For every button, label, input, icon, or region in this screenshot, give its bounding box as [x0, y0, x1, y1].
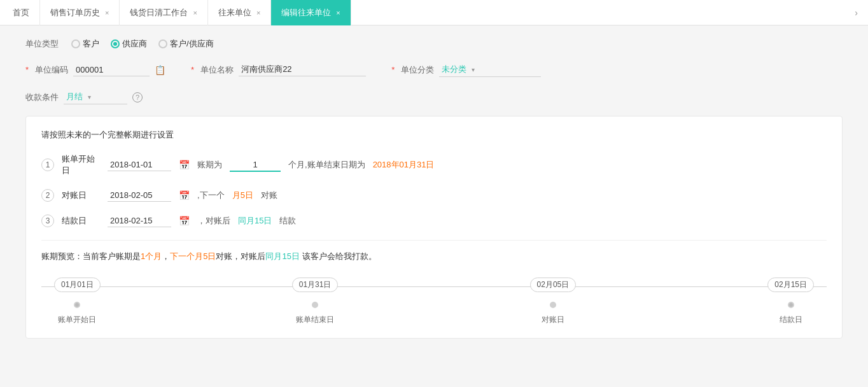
tab-counterpart[interactable]: 往来单位 × — [208, 0, 271, 25]
unit-name-required: * — [191, 65, 194, 74]
timeline: 01月01日 账单开始日 01月31日 账单结束日 02月05日 对账日 — [41, 278, 827, 325]
unit-category-dropdown[interactable]: 未分类 ▾ — [439, 62, 541, 77]
payment-label: 收款条件 — [25, 92, 59, 103]
timeline-label-1: 账单结束日 — [296, 314, 334, 325]
timeline-badge-2: 02月05日 — [530, 278, 577, 292]
unit-code-required: * — [25, 65, 29, 74]
unit-cat-required: * — [391, 65, 395, 74]
preview-suffix: 该客户会给我打款。 — [302, 251, 377, 261]
timeline-dot-1 — [312, 302, 318, 308]
preview-part3: 同月15日 — [265, 251, 299, 261]
radio-customer[interactable]: 客户 — [71, 38, 99, 50]
period-row-2: 2 对账日 📅 ,下一个 月5日 对账 — [41, 189, 827, 202]
unit-category-value: 未分类 — [442, 64, 466, 75]
payment-dropdown[interactable]: 月结 ▾ — [64, 90, 127, 104]
timeline-label-0: 账单开始日 — [58, 314, 96, 325]
timeline-badge-1: 01月31日 — [292, 278, 339, 292]
period-row2-highlight: 月5日 — [232, 190, 253, 201]
period-num-1: 1 — [41, 158, 54, 171]
tab-edit-close[interactable]: × — [336, 9, 340, 17]
unit-code-input[interactable] — [73, 64, 150, 76]
unit-code-label: 单位编码 — [35, 64, 68, 76]
preview-sep2: 对账，对账后 — [216, 251, 265, 261]
tab-sales-order-history[interactable]: 销售订单历史 × — [40, 0, 120, 25]
tab-edit-label: 编辑往来单位 — [281, 7, 331, 18]
preview-text: 账期预览：当前客户账期是1个月，下一个月5日对账，对账后同月15日 该客户会给我… — [41, 251, 827, 262]
period-row-3: 3 结款日 📅 ，对账后 同月15日 结款 — [41, 215, 827, 227]
period-cal-1[interactable]: 📅 — [179, 160, 190, 170]
timeline-badge-0: 01月01日 — [54, 278, 101, 292]
period-date-2[interactable] — [108, 189, 171, 202]
tab-sales-label: 销售订单历史 — [50, 7, 100, 18]
unit-code-calendar-icon[interactable]: 📋 — [155, 65, 165, 75]
period-row3-highlight: 同月15日 — [238, 215, 272, 227]
period-cal-3[interactable]: 📅 — [179, 216, 190, 226]
radio-supplier[interactable]: 供应商 — [111, 38, 147, 50]
unit-category-label: 单位分类 — [401, 64, 434, 76]
period-cal-2[interactable]: 📅 — [179, 190, 190, 201]
period-label-1: 账单开始日 — [62, 153, 100, 176]
radio-supplier-circle — [111, 39, 120, 48]
tab-home-label: 首页 — [13, 7, 29, 18]
unit-info-row: * 单位编码 📋 * 单位名称 * 单位分类 未分类 ▾ — [25, 62, 843, 77]
unit-name-label: 单位名称 — [200, 64, 234, 76]
payment-value: 月结 — [66, 91, 83, 102]
radio-supplier-label: 供应商 — [122, 38, 147, 50]
tab-home[interactable]: 首页 — [5, 0, 40, 25]
tab-cash-ledger[interactable]: 钱货日清工作台 × — [120, 0, 207, 25]
period-date-3[interactable] — [108, 215, 171, 227]
period-label-2: 对账日 — [62, 190, 100, 201]
period-num-3: 3 — [41, 215, 54, 227]
tab-edit-counterpart[interactable]: 编辑往来单位 × — [271, 0, 351, 25]
preview-section: 账期预览：当前客户账期是1个月，下一个月5日对账，对账后同月15日 该客户会给我… — [41, 240, 827, 325]
help-icon-label: ? — [136, 94, 139, 101]
unit-type-label: 单位类型 — [25, 38, 59, 50]
timeline-point-3: 02月15日 结款日 — [767, 278, 814, 325]
period-row2-suffix: 对账 — [261, 190, 277, 201]
unit-name-input[interactable] — [239, 64, 366, 76]
tab-cash-close[interactable]: × — [193, 9, 197, 17]
period-date-1[interactable] — [108, 158, 171, 171]
radio-both[interactable]: 客户/供应商 — [158, 38, 214, 50]
unit-type-row: 单位类型 客户 供应商 客户/供应商 — [25, 38, 843, 50]
timeline-point-1: 01月31日 账单结束日 — [292, 278, 339, 325]
preview-sep1: ， — [162, 251, 170, 261]
preview-prefix: 账期预览：当前客户账期是 — [41, 251, 141, 261]
timeline-points: 01月01日 账单开始日 01月31日 账单结束日 02月05日 对账日 — [54, 278, 814, 325]
period-row2-prefix: ,下一个 — [197, 190, 225, 201]
timeline-dot-0 — [74, 302, 80, 308]
period-end-date: 2018年01月31日 — [373, 159, 435, 171]
period-title: 请按照未来的一个完整帐期进行设置 — [41, 129, 827, 141]
unit-code-group: * 单位编码 📋 — [25, 64, 165, 76]
main-content: 单位类型 客户 供应商 客户/供应商 * 单位编码 📋 * 单位名称 — [0, 25, 868, 351]
radio-customer-label: 客户 — [83, 38, 99, 50]
period-box: 请按照未来的一个完整帐期进行设置 1 账单开始日 📅 账期为 个月,账单结束日期… — [25, 116, 843, 339]
tab-arrow[interactable]: › — [850, 8, 863, 18]
tab-counterpart-label: 往来单位 — [218, 7, 251, 18]
period-for-label: 账期为 — [197, 159, 222, 171]
period-label-3: 结款日 — [62, 215, 100, 227]
period-row3-prefix: ，对账后 — [197, 215, 230, 227]
timeline-point-2: 02月05日 对账日 — [530, 278, 577, 325]
tab-bar: 首页 销售订单历史 × 钱货日清工作台 × 往来单位 × 编辑往来单位 × › — [0, 0, 868, 25]
period-unit-text: 个月,账单结束日期为 — [288, 159, 365, 171]
help-icon[interactable]: ? — [132, 92, 143, 102]
unit-name-group: * 单位名称 — [191, 64, 366, 76]
timeline-label-2: 对账日 — [542, 314, 564, 325]
radio-group: 客户 供应商 客户/供应商 — [71, 38, 214, 50]
unit-category-arrow-icon: ▾ — [472, 66, 475, 73]
payment-condition-row: 收款条件 月结 ▾ ? — [25, 90, 843, 104]
tab-sales-close[interactable]: × — [105, 9, 109, 17]
tab-counterpart-close[interactable]: × — [256, 9, 260, 17]
unit-category-group: * 单位分类 未分类 ▾ — [391, 62, 541, 77]
radio-customer-circle — [71, 39, 80, 48]
preview-part2: 下一个月5日 — [170, 251, 216, 261]
period-row3-suffix: 结款 — [279, 215, 296, 227]
timeline-label-3: 结款日 — [780, 314, 802, 325]
payment-arrow-icon: ▾ — [88, 94, 91, 101]
tab-cash-label: 钱货日清工作台 — [130, 7, 188, 18]
timeline-point-0: 01月01日 账单开始日 — [54, 278, 101, 325]
period-row-1: 1 账单开始日 📅 账期为 个月,账单结束日期为 2018年01月31日 — [41, 153, 827, 176]
period-value-1[interactable] — [230, 158, 281, 172]
timeline-dot-3 — [788, 302, 794, 308]
